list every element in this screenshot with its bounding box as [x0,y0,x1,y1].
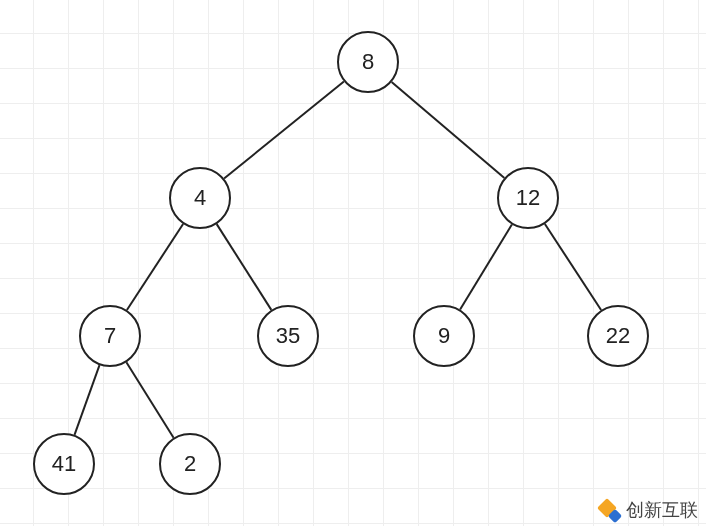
tree-node: 8 [337,31,399,93]
tree-node: 7 [79,305,141,367]
tree-edge [224,82,344,179]
watermark: 创新互联 [598,498,698,522]
tree-node-value: 41 [52,451,76,477]
tree-node-value: 22 [606,323,630,349]
tree-node-value: 4 [194,185,206,211]
tree-edge [392,82,505,178]
tree-edge [460,225,512,310]
tree-node-value: 35 [276,323,300,349]
tree-node-value: 8 [362,49,374,75]
tree-edge [217,224,272,310]
tree-edge [127,224,183,310]
tree-node: 12 [497,167,559,229]
tree-node: 35 [257,305,319,367]
tree-node: 4 [169,167,231,229]
tree-node: 41 [33,433,95,495]
tree-node: 2 [159,433,221,495]
tree-node-value: 12 [516,185,540,211]
tree-node: 22 [587,305,649,367]
tree-edge [75,365,100,435]
tree-node-value: 9 [438,323,450,349]
diagram-canvas: 8412735922412 创新互联 [0,0,706,526]
watermark-logo-icon [598,499,620,521]
tree-node-value: 2 [184,451,196,477]
tree-node-value: 7 [104,323,116,349]
tree-edge [126,362,173,437]
watermark-text: 创新互联 [626,498,698,522]
tree-node: 9 [413,305,475,367]
tree-edge [545,224,601,310]
